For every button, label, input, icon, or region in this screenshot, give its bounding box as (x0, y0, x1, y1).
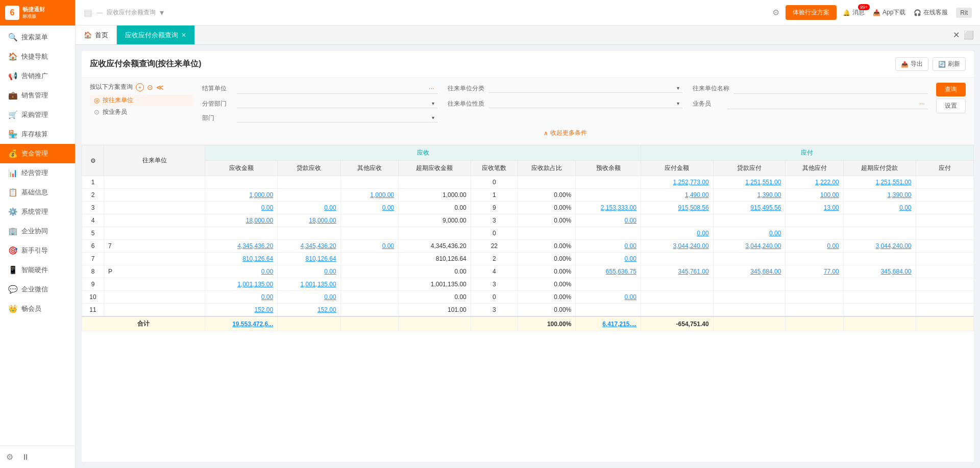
message-btn[interactable]: 🔔 消息 99+ (843, 8, 865, 17)
cell-ar_other[interactable]: 1,000.00 (340, 189, 398, 202)
cell-ar_prepaid[interactable] (576, 176, 641, 189)
cell-ap_amount[interactable] (641, 291, 713, 304)
maximize-btn[interactable]: ⬜ (964, 30, 974, 40)
cell-ar_loan[interactable]: 0.00 (278, 265, 340, 278)
sidebar-item-smart-hw[interactable]: 📱 智能硬件 (0, 260, 75, 280)
settlement-unit-select[interactable]: ··· (237, 83, 437, 94)
close-window-btn[interactable]: ✕ (953, 30, 960, 40)
cell-ap_overdue[interactable]: 1,390.00 (843, 189, 916, 202)
cell-ar_prepaid[interactable]: 0.00 (576, 253, 641, 265)
cell-ap_other[interactable] (786, 304, 843, 317)
settings-footer-btn[interactable]: ⚙ (6, 452, 13, 462)
cell-ar_loan[interactable] (278, 189, 340, 202)
cell-ap_overdue[interactable] (843, 291, 916, 304)
cell-ap_loan[interactable] (713, 304, 786, 317)
cell-ar_other[interactable] (340, 304, 398, 317)
tab-home[interactable]: 🏠 首页 (76, 26, 117, 44)
cell-ap_loan[interactable] (713, 278, 786, 291)
salesperson-select[interactable]: ··· (727, 98, 928, 109)
sidebar-item-enterprise[interactable]: 🏢 企业协同 (0, 221, 75, 241)
cell-ar_loan[interactable]: 152.00 (278, 304, 340, 317)
online-service-btn[interactable]: 🎧 在线客服 (914, 8, 948, 17)
cell-ap_other[interactable] (786, 278, 843, 291)
cell-ar_other[interactable] (340, 278, 398, 291)
cell-ap_other[interactable]: 77.00 (786, 265, 843, 278)
cell-ap_loan[interactable] (713, 291, 786, 304)
collapse-more-btn[interactable]: ∧ 收起更多条件 (202, 127, 928, 139)
cell-ap_amount[interactable] (641, 304, 713, 317)
cell-ap_amount[interactable] (641, 214, 713, 227)
target-filter-btn[interactable]: ⊙ (147, 83, 153, 91)
unit-name-input[interactable] (733, 83, 928, 94)
cell-ap_loan[interactable]: 0.00 (713, 227, 786, 240)
cell-ap_overdue[interactable]: 3,044,240.00 (843, 240, 916, 253)
trial-btn[interactable]: 体验行业方案 (786, 5, 837, 20)
cell-ar_prepaid[interactable]: 0.00 (576, 214, 641, 227)
cell-ar_loan[interactable]: 18,000.00 (278, 214, 340, 227)
sidebar-item-inventory[interactable]: 🏪 库存核算 (0, 125, 75, 144)
cell-ar_other[interactable] (340, 291, 398, 304)
cell-ar_amount[interactable] (205, 176, 278, 189)
cell-ap_loan[interactable] (713, 214, 786, 227)
cell-ar_prepaid[interactable]: 2,153,333.00 (576, 202, 641, 214)
cell-ap_loan[interactable]: 1,251,551.00 (713, 176, 786, 189)
cell-ap_overdue[interactable]: 1,251,551.00 (843, 176, 916, 189)
cell-ar_other[interactable]: 0.00 (340, 202, 398, 214)
cell-ap_overdue[interactable]: 0.00 (843, 202, 916, 214)
cell-ar_other[interactable]: 0.00 (340, 240, 398, 253)
table-area[interactable]: ⚙ 往来单位 应收 应付 应收金额 贷款应收 其他应收 超期应收金额 应收笔数 … (82, 145, 974, 462)
cell-ar_prepaid[interactable] (576, 227, 641, 240)
cell-ap_amount[interactable]: 0.00 (641, 227, 713, 240)
cell-ap_other[interactable] (786, 291, 843, 304)
collapse-btn[interactable]: ⏸ (21, 453, 30, 462)
cell-ar_amount[interactable] (205, 227, 278, 240)
cell-ar_other[interactable] (340, 227, 398, 240)
tab-close-btn[interactable]: ✕ (181, 32, 186, 39)
cell-ap_loan[interactable]: 1,390.00 (713, 189, 786, 202)
query-btn[interactable]: 查询 (936, 83, 966, 96)
unit-nature-select[interactable]: ▾ (488, 99, 683, 108)
total-ar-prepaid[interactable]: 6,417,215.... (576, 316, 641, 331)
cell-ap_amount[interactable]: 345,761.00 (641, 265, 713, 278)
cell-ap_loan[interactable]: 915,495.56 (713, 202, 786, 214)
cell-ar_amount[interactable]: 0.00 (205, 291, 278, 304)
cell-ap_amount[interactable]: 1,252,773.00 (641, 176, 713, 189)
cell-ar_prepaid[interactable] (576, 189, 641, 202)
cell-ap_overdue[interactable] (843, 227, 916, 240)
set-btn[interactable]: 设置 (936, 98, 966, 113)
cell-ar_amount[interactable]: 4,345,436.20 (205, 240, 278, 253)
header-settings-icon[interactable]: ⚙ (772, 8, 779, 17)
cell-ap_other[interactable]: 100.00 (786, 189, 843, 202)
cell-ap_overdue[interactable] (843, 214, 916, 227)
sidebar-item-finance[interactable]: 💰 资金管理 (0, 144, 75, 163)
filter-nav-by-staff[interactable]: ⊙ 按业务员 (90, 106, 194, 118)
cell-ar_loan[interactable]: 4,345,436.20 (278, 240, 340, 253)
cell-ap_overdue[interactable]: 345,684.00 (843, 265, 916, 278)
cell-ar_loan[interactable]: 810,126.64 (278, 253, 340, 265)
export-btn[interactable]: 📤 导出 (895, 57, 928, 71)
dept-select[interactable]: ▾ (237, 99, 437, 108)
cell-ar_other[interactable] (340, 265, 398, 278)
cell-ar_other[interactable] (340, 253, 398, 265)
total-ar-amount[interactable]: 19,553,472,6... (205, 316, 278, 331)
sidebar-item-guide[interactable]: 🎯 新手引导 (0, 241, 75, 260)
cell-ar_amount[interactable]: 18,000.00 (205, 214, 278, 227)
cell-ar_amount[interactable]: 810,126.64 (205, 253, 278, 265)
sidebar-item-marketing[interactable]: 📢 营销推广 (0, 66, 75, 86)
refresh-btn[interactable]: 🔄 刷新 (933, 57, 966, 71)
cell-ap_overdue[interactable] (843, 253, 916, 265)
cell-ap_amount[interactable]: 1,490.00 (641, 189, 713, 202)
cell-ap_other[interactable]: 1,222.00 (786, 176, 843, 189)
app-download-btn[interactable]: 📥 App下载 (873, 8, 905, 17)
sidebar-item-ops[interactable]: 📊 经营管理 (0, 163, 75, 183)
dropdown-btn[interactable]: ▾ (160, 8, 164, 17)
settings-icon[interactable]: ⚙ (90, 157, 96, 164)
cell-ap_other[interactable] (786, 227, 843, 240)
cell-ar_loan[interactable]: 0.00 (278, 202, 340, 214)
cell-ar_loan[interactable]: 0.00 (278, 291, 340, 304)
back-filter-btn[interactable]: ≪ (156, 83, 164, 91)
sidebar-item-wechat[interactable]: 💬 企业微信 (0, 280, 75, 299)
sidebar-item-vip[interactable]: 👑 畅会员 (0, 299, 75, 318)
cell-ap_other[interactable] (786, 214, 843, 227)
cell-ap_other[interactable] (786, 253, 843, 265)
